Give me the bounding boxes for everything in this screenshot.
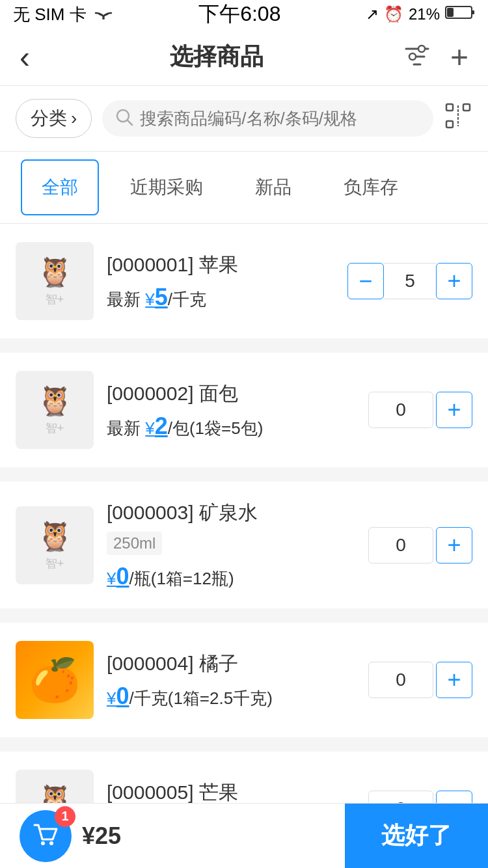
tab-negative[interactable]: 负库存 — [323, 159, 419, 215]
svg-line-10 — [128, 120, 132, 125]
search-input[interactable] — [140, 109, 420, 129]
svg-rect-11 — [446, 104, 453, 111]
product-thumbnail: 🦉 智+ — [16, 506, 94, 584]
placeholder-owl-icon: 🦉 — [37, 384, 73, 418]
filter-bar: 分类 › — [0, 86, 488, 152]
nav-bar: ‹ 选择商品 + — [0, 29, 488, 86]
svg-rect-13 — [446, 121, 453, 128]
svg-rect-2 — [472, 10, 474, 14]
quantity-increase-button[interactable]: + — [436, 392, 472, 428]
category-button[interactable]: 分类 › — [16, 99, 92, 138]
product-price: 最新 ¥2/包(1袋=5包) — [107, 413, 355, 440]
svg-point-0 — [102, 17, 105, 20]
cart-total: ¥25 — [82, 822, 121, 850]
quantity-control: − + — [347, 263, 472, 299]
quantity-increase-button[interactable]: + — [436, 527, 472, 563]
location-icon: ↗ — [366, 5, 379, 23]
status-right: ↗ ⏰ 21% — [366, 5, 475, 24]
cart-section: 1 ¥25 — [0, 810, 345, 862]
sim-status: 无 SIM 卡 — [13, 3, 87, 26]
product-thumbnail: 🦉 智+ — [16, 242, 94, 320]
page-title: 选择商品 — [170, 41, 264, 73]
quantity-input[interactable] — [368, 527, 433, 563]
placeholder-owl-icon: 🦉 — [37, 519, 73, 553]
svg-rect-12 — [463, 104, 470, 111]
svg-point-7 — [418, 46, 425, 52]
product-name: [0000003] 矿泉水 — [107, 500, 355, 526]
product-info: [0000001] 苹果 最新 ¥5/千克 — [107, 252, 334, 311]
cart-icon — [32, 822, 59, 850]
svg-point-16 — [49, 841, 53, 845]
product-item: 🦉 智+ [0000002] 面包 最新 ¥2/包(1袋=5包) + — [0, 353, 488, 467]
tab-recent[interactable]: 近期采购 — [109, 159, 224, 215]
tab-new[interactable]: 新品 — [234, 159, 312, 215]
scan-icon[interactable] — [444, 102, 472, 136]
bottom-bar: 1 ¥25 选好了 — [0, 803, 488, 868]
product-info: [0000002] 面包 最新 ¥2/包(1袋=5包) — [107, 381, 355, 440]
battery-icon — [445, 5, 475, 24]
product-price: 最新 ¥5/千克 — [107, 284, 334, 311]
chevron-right-icon: › — [71, 108, 77, 129]
svg-point-8 — [409, 53, 416, 60]
back-button[interactable]: ‹ — [20, 39, 30, 75]
filter-icon[interactable] — [403, 44, 431, 71]
quantity-input[interactable] — [384, 263, 436, 299]
quantity-control: + — [368, 662, 472, 698]
product-thumbnail: 🍊 — [16, 641, 94, 719]
quantity-input[interactable] — [368, 662, 433, 698]
nav-actions: + — [403, 39, 468, 75]
product-list: 🦉 智+ [0000001] 苹果 最新 ¥5/千克 − + 🦉 智+ [ — [0, 224, 488, 868]
quantity-input[interactable] — [368, 392, 433, 428]
cart-button[interactable]: 1 — [20, 810, 72, 862]
quantity-increase-button[interactable]: + — [436, 662, 472, 698]
status-left: 无 SIM 卡 — [13, 3, 114, 26]
quantity-decrease-button[interactable]: − — [347, 263, 384, 299]
product-info: [0000004] 橘子 ¥0/千克(1箱=2.5千克) — [107, 651, 355, 710]
search-icon — [115, 108, 133, 129]
product-price: ¥0/瓶(1箱=12瓶) — [107, 563, 355, 590]
alarm-icon: ⏰ — [384, 5, 403, 23]
product-item: 🦉 智+ [0000001] 苹果 最新 ¥5/千克 − + — [0, 224, 488, 338]
tab-all[interactable]: 全部 — [21, 159, 99, 215]
cart-badge: 1 — [55, 806, 75, 827]
tab-bar: 全部 近期采购 新品 负库存 — [0, 152, 488, 224]
quantity-increase-button[interactable]: + — [436, 263, 472, 299]
product-name: [0000005] 芒果 — [107, 780, 355, 806]
status-time: 下午6:08 — [198, 0, 280, 29]
product-name: [0000001] 苹果 — [107, 252, 334, 278]
quantity-control: + — [368, 392, 472, 428]
product-item: 🍊 [0000004] 橘子 ¥0/千克(1箱=2.5千克) + — [0, 623, 488, 737]
svg-point-15 — [41, 841, 45, 845]
battery-percent: 21% — [409, 5, 440, 23]
product-info: [0000003] 矿泉水 250ml ¥0/瓶(1箱=12瓶) — [107, 500, 355, 590]
svg-rect-3 — [447, 8, 454, 17]
product-price: ¥0/千克(1箱=2.5千克) — [107, 683, 355, 710]
wifi-icon — [93, 5, 114, 25]
add-icon[interactable]: + — [450, 39, 468, 75]
product-spec: 250ml — [107, 532, 162, 555]
confirm-button[interactable]: 选好了 — [345, 804, 488, 868]
quantity-control: + — [368, 527, 472, 563]
status-bar: 无 SIM 卡 下午6:08 ↗ ⏰ 21% — [0, 0, 488, 29]
placeholder-owl-icon: 🦉 — [37, 255, 73, 289]
search-wrap — [102, 100, 433, 137]
product-name: [0000002] 面包 — [107, 381, 355, 407]
category-label: 分类 — [31, 106, 67, 131]
product-thumbnail: 🦉 智+ — [16, 371, 94, 449]
product-name: [0000004] 橘子 — [107, 651, 355, 677]
product-item: 🦉 智+ [0000003] 矿泉水 250ml ¥0/瓶(1箱=12瓶) + — [0, 481, 488, 608]
